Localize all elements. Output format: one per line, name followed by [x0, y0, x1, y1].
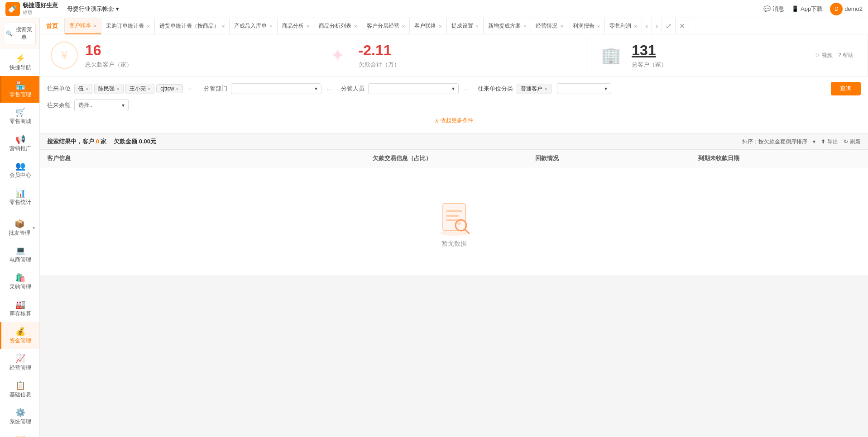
stats-bar: ¥ 16 总欠款客户（家） ✦ -2.11 欠款合计（万）	[40, 34, 868, 76]
table-header: 客户信息 欠款交易信息（占比） 回款情况 到期未收款日期	[40, 150, 868, 167]
tab-product-analysis-list-close[interactable]: ×	[354, 24, 357, 29]
tab-customer-contact[interactable]: 客户联络 ×	[410, 18, 446, 34]
user-profile[interactable]: D demo2	[830, 3, 863, 15]
partner-tag-wang-remove[interactable]: ×	[148, 86, 150, 91]
tab-scroll-left[interactable]: ‹	[642, 18, 652, 34]
help-btn[interactable]: ? 帮助	[838, 52, 854, 59]
tab-scroll-right[interactable]: ›	[652, 18, 662, 34]
svg-rect-1	[443, 204, 465, 231]
query-button[interactable]: 查询	[831, 82, 861, 95]
sidebar-item-retail-shop[interactable]: 🛒 零售商城	[0, 103, 39, 130]
message-icon: 💬	[763, 5, 771, 12]
export-btn[interactable]: ⬆ 导出	[821, 138, 838, 146]
person-label: 分管人员	[341, 85, 364, 93]
tab-purchase-order-stats-label: 采购订单统计表	[106, 22, 144, 30]
partner-tag-chen-text: 陈民强	[98, 85, 115, 93]
sidebar-item-retail-stats[interactable]: 📊 零售统计	[0, 184, 39, 211]
operations-label: 经营管理	[10, 365, 31, 372]
tab-product-inbound-close[interactable]: ×	[269, 24, 272, 29]
sidebar-item-purchase[interactable]: 🛍️ 采购管理	[0, 268, 39, 295]
sidebar-item-ecommerce[interactable]: 💻 电商管理	[0, 241, 39, 268]
tab-retail-profit[interactable]: 零售利润 ×	[605, 18, 642, 34]
sidebar-item-operations[interactable]: 📈 经营管理	[0, 349, 39, 376]
tab-commission-settings[interactable]: 提成设置 ×	[447, 18, 484, 34]
stat-label-total-customers: 总客户（家）	[632, 61, 667, 69]
tab-purchase-order-stats-close[interactable]: ×	[147, 24, 149, 29]
result-actions: 排序：按欠款金额倒序排序 ▾ ⬆ 导出 ↻ 刷新	[742, 138, 861, 146]
tab-add-commission-plan-close[interactable]: ×	[523, 24, 526, 29]
partner-tag-wang-text: 王小亮	[129, 85, 146, 93]
basic-info-icon: 📋	[15, 380, 25, 390]
person-select[interactable]: ▾	[368, 83, 459, 94]
stat-bg-shape-2: ✦	[324, 42, 351, 69]
balance-select[interactable]: 选择... ▾	[74, 99, 129, 111]
app-download-icon: 📱	[791, 5, 799, 12]
person-select-arrow: ▾	[452, 86, 455, 92]
tab-customer-ledger-close[interactable]: ×	[94, 23, 96, 28]
tab-purchase-order-stats[interactable]: 采购订单统计表 ×	[101, 18, 154, 34]
classification-tag-normal-remove[interactable]: ×	[544, 86, 547, 91]
sidebar-item-wholesale[interactable]: 📦 批发管理 ▾	[0, 214, 39, 242]
empty-svg	[432, 195, 477, 240]
app-download-btn[interactable]: 📱 App下载	[791, 5, 823, 13]
tab-home[interactable]: 首页	[40, 18, 65, 34]
search-menu-button[interactable]: 🔍 搜索菜单	[4, 23, 36, 44]
tab-business-status[interactable]: 经营情况 ×	[531, 18, 568, 34]
tab-customer-ledger[interactable]: 客户账本 ×	[65, 18, 101, 34]
dept-select[interactable]: ▾	[231, 83, 321, 94]
wholesale-icon: 📦	[14, 219, 24, 229]
tab-profit-report-close[interactable]: ×	[597, 24, 600, 29]
tab-add-commission-plan[interactable]: 新增提成方案 ×	[484, 18, 531, 34]
message-btn[interactable]: 💬 消息	[763, 5, 784, 13]
tab-customer-segment-close[interactable]: ×	[402, 24, 405, 29]
collapse-filters-btn[interactable]: ∧ 收起更多条件	[47, 115, 861, 126]
refresh-btn[interactable]: ↻ 刷新	[844, 138, 861, 146]
tab-customer-contact-label: 客户联络	[414, 22, 436, 30]
tab-product-analysis-close[interactable]: ×	[307, 24, 309, 29]
partner-tag-cjttcw-remove[interactable]: ×	[176, 86, 178, 91]
tab-add-commission-plan-label: 新增提成方案	[488, 22, 521, 30]
stat-text-2: -2.11 欠款合计（万）	[359, 42, 400, 69]
classification-select[interactable]: ▾	[557, 83, 611, 94]
store-selector[interactable]: 母婴行业演示帐套 ▾	[67, 5, 119, 13]
person-expand-icon: ···	[464, 86, 469, 92]
tab-customer-contact-close[interactable]: ×	[439, 24, 441, 29]
tab-retail-profit-close[interactable]: ×	[634, 24, 637, 29]
wholesale-arrow-icon: ▾	[33, 225, 35, 230]
partner-tags-more-btn[interactable]: ···	[185, 85, 195, 93]
tab-customer-segment[interactable]: 客户分层经营 ×	[362, 18, 410, 34]
purchase-label: 采购管理	[10, 284, 31, 291]
tab-inbound-stats-close[interactable]: ×	[222, 24, 225, 29]
tab-inbound-stats[interactable]: 进货单统计表（按商品） ×	[155, 18, 230, 34]
tab-commission-settings-close[interactable]: ×	[476, 24, 479, 29]
video-btn[interactable]: ▷ 视频	[815, 52, 833, 59]
partner-tags: 伍 × 陈民强 × 王小亮 × cjttcw ×	[74, 84, 195, 94]
partner-tag-chen-remove[interactable]: ×	[116, 86, 119, 91]
tab-retail-profit-label: 零售利润	[609, 22, 631, 30]
tab-business-status-close[interactable]: ×	[560, 24, 563, 29]
tab-fullscreen[interactable]: ⤢	[662, 18, 676, 34]
partner-tag-wu: 伍 ×	[74, 84, 92, 94]
tab-product-analysis-list[interactable]: 商品分析列表 ×	[314, 18, 362, 34]
sort-arrow-icon[interactable]: ▾	[813, 138, 815, 145]
tab-profit-report[interactable]: 利润报告 ×	[568, 18, 605, 34]
sidebar-item-finance[interactable]: 💰 资金管理	[0, 322, 39, 349]
sidebar-item-system[interactable]: ⚙️ 系统管理	[0, 403, 39, 430]
tab-product-analysis[interactable]: 商品分析 ×	[278, 18, 314, 34]
sidebar-item-members[interactable]: 👥 会员中心	[0, 157, 39, 184]
stat-text-3: 131 总客户（家）	[632, 42, 667, 69]
partner-tag-wu-remove[interactable]: ×	[86, 86, 88, 91]
sidebar-item-quick-nav[interactable]: ⚡ 快捷导航	[0, 49, 39, 76]
tab-close-all[interactable]: ✕	[676, 18, 689, 34]
tab-product-inbound[interactable]: 产成品入库单 ×	[230, 18, 277, 34]
sidebar-item-basic-info[interactable]: 📋 基础信息	[0, 376, 39, 403]
page-content: ¥ 16 总欠款客户（家） ✦ -2.11 欠款合计（万）	[40, 34, 868, 437]
sidebar-item-marketing[interactable]: 📢 营销推广	[0, 130, 39, 157]
top-bar-left: 🍼 畅捷通好生意 标版 母婴行业演示帐套 ▾	[5, 2, 119, 16]
logo-text-block: 畅捷通好生意 标版	[23, 2, 58, 16]
sidebar-item-retail-mgmt[interactable]: 🏪 零售管理	[0, 76, 39, 103]
tab-business-status-label: 经营情况	[536, 22, 557, 30]
sidebar-item-enterprise[interactable]: 🤝 企业协同	[0, 430, 39, 437]
sidebar-item-inventory[interactable]: 🏭 库存核算	[0, 295, 39, 322]
dept-label: 分管部门	[204, 85, 227, 93]
